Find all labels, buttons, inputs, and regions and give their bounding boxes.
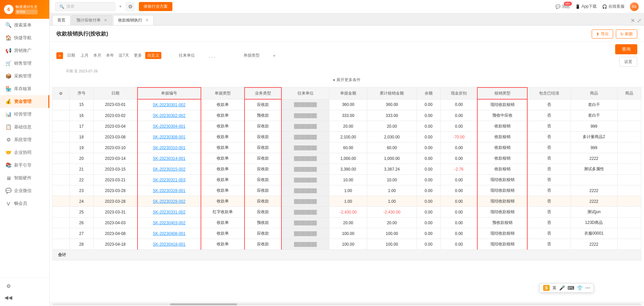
sidebar-settings-btn[interactable]: ⚙: [0, 281, 49, 292]
td-product: 老白干: [571, 110, 617, 121]
setting-button[interactable]: 设置: [619, 57, 637, 67]
export-button[interactable]: ⬆ 导出: [592, 29, 613, 39]
query-button[interactable]: 查询: [615, 44, 637, 54]
ime-toolbar: S 英 🎤 ⌨ 👕 ⋯: [539, 283, 594, 293]
sidebar-item-sales[interactable]: 🛒 销售管理: [0, 57, 49, 70]
td-amount: -2,430.00: [329, 207, 367, 218]
td-product2: [617, 99, 641, 110]
td-partner: ████████: [281, 207, 329, 218]
td-num: 23: [69, 185, 93, 196]
tab-prereceipt-close[interactable]: ✕: [104, 18, 107, 22]
date-filter-label: 日期: [67, 53, 75, 58]
sidebar-item-hardware[interactable]: 🖥 智能硬件: [0, 172, 49, 184]
sidebar-item-system[interactable]: ⚙ 系统管理: [0, 133, 49, 146]
topbar-dropdown-arrow[interactable]: ▾: [119, 4, 121, 9]
td-amount: 20.00: [329, 121, 367, 132]
sidebar-item-quick[interactable]: 🏠 快捷导航: [0, 32, 49, 44]
date-btn-more[interactable]: 更多: [132, 52, 143, 59]
sidebar-item-wechat[interactable]: 💬 企业微信: [0, 184, 49, 197]
tab-writeoff[interactable]: 收款核销执行 ✕: [113, 15, 154, 25]
td-doc-no[interactable]: SK-20230408-001: [138, 228, 201, 239]
td-balance: 0.00: [417, 239, 440, 250]
tab-home[interactable]: 首页: [52, 15, 70, 25]
scroll-track[interactable]: [52, 303, 641, 305]
topbar-service-btn[interactable]: 🎧 在线客服: [602, 4, 625, 9]
td-writeoff-type: 收款核销: [477, 153, 527, 164]
td-doc-no[interactable]: SK-20230301-002: [138, 99, 201, 110]
sidebar-item-finance[interactable]: 💰 资金管理: [0, 95, 49, 108]
td-biz-type: 应收款: [245, 99, 282, 110]
solution-button[interactable]: 体验行业方案: [139, 2, 172, 11]
td-doc-no[interactable]: SK-20230308-001: [138, 132, 201, 142]
topbar-app-btn[interactable]: 📱 App下载: [575, 4, 597, 9]
td-partner: ████████: [281, 153, 329, 164]
sidebar-item-corp[interactable]: 🤝 企业协同: [0, 146, 49, 159]
sidebar-item-label: 企业协同: [14, 149, 32, 156]
td-doc-no[interactable]: SK-20230328-002: [138, 196, 201, 207]
td-product2: [617, 164, 641, 175]
filter-collapse-btn[interactable]: »: [56, 52, 63, 59]
td-product2: [617, 196, 641, 207]
sidebar-item-operation[interactable]: 📊 经营管理: [0, 108, 49, 121]
home-icon: 🏠: [5, 35, 11, 41]
ime-more-icon[interactable]: ⋯: [585, 285, 590, 291]
td-biz-type: 应收款: [245, 175, 282, 185]
date-btn-custom[interactable]: 自定义: [145, 52, 161, 59]
td-doc-no[interactable]: SK-20230302-002: [138, 110, 201, 121]
td-writeoff-type: 收款核销: [477, 121, 527, 132]
td-doc-no[interactable]: SK-20230331-002: [138, 207, 201, 218]
ime-tshirt-icon[interactable]: 👕: [577, 285, 583, 291]
horizontal-scrollbar[interactable]: [50, 302, 644, 306]
sidebar-item-search[interactable]: 🔍 搜索菜单: [0, 19, 49, 32]
tab-prereceipt[interactable]: 预计应收付单 ✕: [71, 15, 112, 25]
tab-writeoff-close[interactable]: ✕: [146, 18, 149, 22]
tab-maximize-btn[interactable]: ⤢: [637, 17, 641, 24]
td-doc-no[interactable]: SK-20230403-002: [138, 218, 201, 228]
td-doc-no[interactable]: SK-20230418-001: [138, 239, 201, 250]
td-doc-no[interactable]: SK-20230328-001: [138, 185, 201, 196]
expand-btn[interactable]: ▾ 展开更多条件: [56, 76, 637, 84]
td-include-settled: 否: [527, 196, 571, 207]
ime-mic-icon[interactable]: 🎤: [559, 285, 565, 291]
td-doc-type: 收款单: [201, 185, 245, 196]
td-writeoff-amount: 20.00: [367, 121, 417, 132]
guide-icon: 📚: [5, 162, 11, 168]
td-num: 22: [69, 175, 93, 185]
receipt-type-select-arrow: ▾: [273, 53, 275, 58]
sidebar-collapse-btn[interactable]: ◀◀: [0, 292, 49, 303]
td-doc-no[interactable]: SK-20230321-003: [138, 175, 201, 185]
user-avatar[interactable]: Rit: [630, 2, 639, 11]
sidebar-item-inventory[interactable]: 🏪 库存核算: [0, 82, 49, 95]
td-product: 测试jun: [571, 207, 617, 218]
sidebar-item-member[interactable]: V 畅会员: [0, 197, 49, 210]
td-doc-no[interactable]: SK-20230310-001: [138, 142, 201, 153]
topbar-message-btn[interactable]: 💬 消息 99+: [555, 4, 570, 9]
td-doc-no[interactable]: SK-20230314-001: [138, 153, 201, 164]
sidebar-item-purchase[interactable]: 📦 采购管理: [0, 70, 49, 82]
td-doc-no[interactable]: SK-20230315-002: [138, 164, 201, 175]
td-writeoff-amount: 2,030.00: [367, 132, 417, 142]
th-settings[interactable]: ⚙: [53, 87, 70, 99]
tab-close-all-btn[interactable]: ✕: [631, 17, 635, 24]
chevron-down-icon: ▾: [333, 78, 335, 82]
td-cash-discount: 0.00: [440, 218, 477, 228]
topbar-gear-btn[interactable]: ⚙: [125, 2, 135, 11]
th-biz-type: 业务类型: [245, 87, 282, 99]
sidebar-item-marketing[interactable]: 📢 营销推广: [0, 44, 49, 57]
td-include-settled: 否: [527, 228, 571, 239]
scroll-thumb[interactable]: [170, 303, 237, 305]
td-balance: 0.00: [417, 153, 440, 164]
th-partner: 往来单位: [281, 87, 329, 99]
date-btn-this-month[interactable]: 本月: [92, 52, 103, 59]
td-doc-no[interactable]: SK-20230304-001: [138, 121, 201, 132]
refresh-button[interactable]: ↻ 刷新: [616, 29, 637, 39]
ime-keyboard-icon[interactable]: ⌨: [568, 285, 574, 291]
td-num: 28: [69, 239, 93, 250]
date-btn-this-year[interactable]: 本年: [105, 52, 115, 59]
sidebar-item-guide[interactable]: 📚 新手引导: [0, 159, 49, 172]
date-btn-last-month[interactable]: 上月: [79, 52, 90, 59]
sidebar-item-basic[interactable]: 📋 基础信息: [0, 121, 49, 133]
td-amount: 360.00: [329, 99, 367, 110]
topbar-search[interactable]: 🔍 搜索: [55, 2, 115, 11]
date-btn-7days[interactable]: 近7天: [117, 52, 130, 59]
